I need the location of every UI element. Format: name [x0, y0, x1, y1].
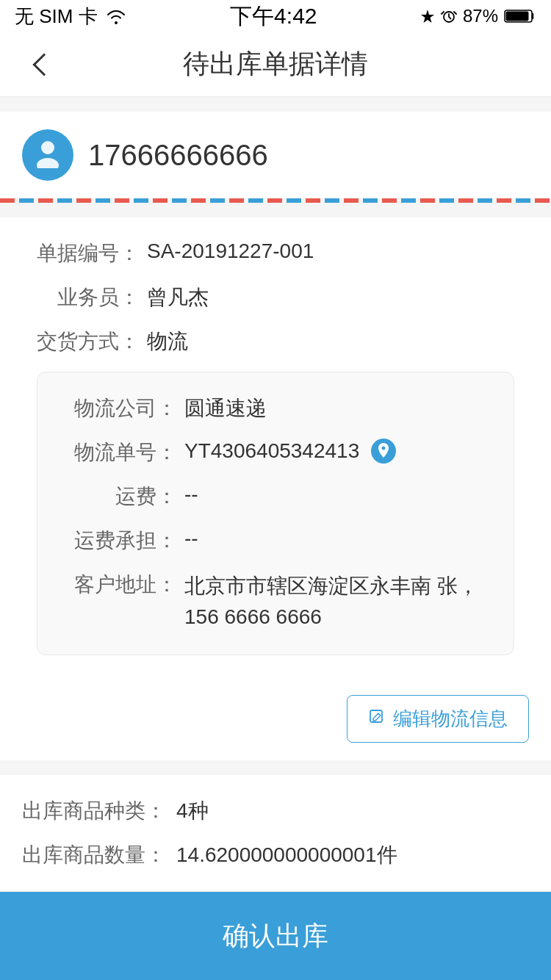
- salesman-value: 曾凡杰: [147, 284, 529, 311]
- user-card: 17666666666: [0, 112, 551, 198]
- tracking-number: YT4306405342413: [184, 439, 359, 463]
- address-row: 客户地址： 北京市市辖区海淀区永丰南 张，156 6666 6666: [60, 571, 491, 633]
- order-no-value: SA-20191227-001: [147, 239, 529, 263]
- nav-bar: 待出库单据详情: [0, 32, 551, 97]
- svg-point-3: [41, 141, 54, 154]
- avatar: [22, 129, 73, 181]
- confirm-button-label: 确认出库: [223, 918, 328, 954]
- freight-bearer-row: 运费承担： --: [60, 527, 491, 555]
- goods-section: 出库商品种类： 4种 出库商品数量： 14.620000000000001件: [0, 775, 551, 891]
- page-title: 待出库单据详情: [183, 46, 368, 82]
- freight-label: 运费：: [60, 483, 177, 511]
- logistics-company-label: 物流公司：: [60, 394, 177, 422]
- user-phone: 17666666666: [88, 139, 268, 172]
- address-value: 北京市市辖区海淀区永丰南 张，156 6666 6666: [184, 571, 491, 633]
- freight-row: 运费： --: [60, 483, 491, 511]
- battery-icon: [504, 8, 536, 24]
- avatar-icon: [32, 136, 64, 175]
- svg-point-4: [37, 158, 59, 168]
- battery-text: 87%: [463, 6, 498, 26]
- back-button[interactable]: [22, 43, 66, 87]
- logistics-company-value: 圆通速递: [184, 394, 491, 422]
- carrier-text: 无 SIM 卡: [15, 4, 98, 29]
- goods-types-value: 4种: [176, 797, 209, 825]
- wifi-icon: [105, 8, 127, 24]
- goods-quantity-label: 出库商品数量：: [22, 841, 169, 869]
- tracking-location-icon[interactable]: [371, 439, 396, 464]
- status-carrier-wifi: 无 SIM 卡: [15, 4, 127, 29]
- address-label: 客户地址：: [60, 571, 177, 599]
- logistics-company-row: 物流公司： 圆通速递: [60, 394, 491, 422]
- location-services-icon: [420, 9, 435, 24]
- edit-icon: [368, 708, 386, 730]
- freight-bearer-value: --: [184, 527, 491, 550]
- delivery-method-row: 交货方式： 物流: [22, 328, 529, 356]
- back-arrow-icon: [32, 53, 55, 76]
- status-bar: 无 SIM 卡 下午4:42 87%: [0, 0, 551, 32]
- edit-btn-row: 编辑物流信息: [0, 677, 551, 760]
- edit-logistics-button[interactable]: 编辑物流信息: [347, 695, 529, 743]
- logistics-card: 物流公司： 圆通速递 物流单号： YT4306405342413 运费： --: [37, 372, 514, 655]
- salesman-label: 业务员：: [22, 284, 140, 311]
- freight-bearer-label: 运费承担：: [60, 527, 177, 555]
- goods-types-label: 出库商品种类：: [22, 797, 169, 825]
- edit-logistics-label: 编辑物流信息: [393, 706, 508, 732]
- logistics-tracking-value: YT4306405342413: [184, 439, 491, 464]
- logistics-tracking-label: 物流单号：: [60, 439, 177, 466]
- order-info-section: 单据编号： SA-20191227-001 业务员： 曾凡杰 交货方式： 物流 …: [0, 217, 551, 677]
- goods-types-row: 出库商品种类： 4种: [22, 797, 529, 825]
- dashed-divider: [0, 198, 551, 203]
- delivery-method-value: 物流: [147, 328, 529, 356]
- svg-rect-2: [505, 12, 528, 21]
- freight-value: --: [184, 483, 491, 506]
- status-time: 下午4:42: [230, 1, 317, 32]
- confirm-button[interactable]: 确认出库: [0, 892, 551, 980]
- delivery-method-label: 交货方式：: [22, 328, 140, 356]
- logistics-tracking-row: 物流单号： YT4306405342413: [60, 439, 491, 466]
- alarm-icon: [441, 8, 457, 24]
- status-right-icons: 87%: [420, 6, 536, 26]
- salesman-row: 业务员： 曾凡杰: [22, 284, 529, 311]
- goods-quantity-row: 出库商品数量： 14.620000000000001件: [22, 841, 529, 869]
- order-no-label: 单据编号：: [22, 239, 140, 267]
- section-divider-1: [0, 760, 551, 775]
- order-no-row: 单据编号： SA-20191227-001: [22, 239, 529, 267]
- goods-quantity-value: 14.620000000000001件: [176, 841, 397, 869]
